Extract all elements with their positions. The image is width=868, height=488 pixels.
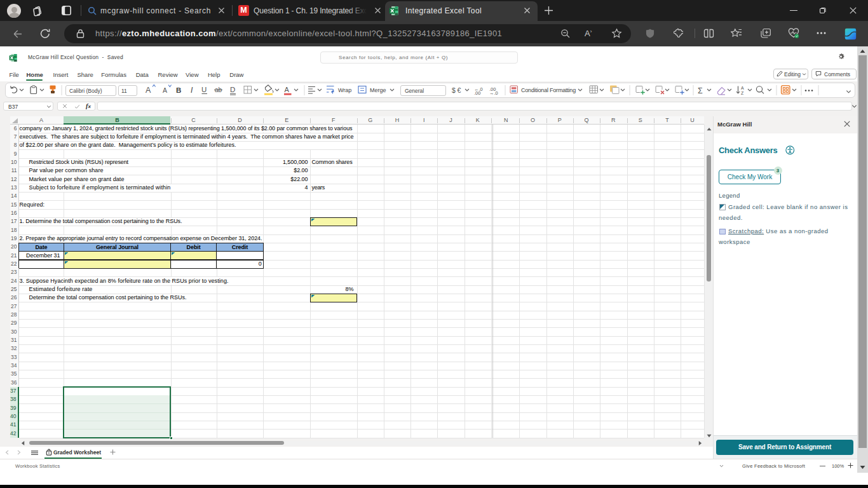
svg-text:D: D	[230, 86, 235, 93]
svg-text:U: U	[201, 86, 207, 93]
svg-text:A: A	[285, 86, 290, 93]
svg-text:B: B	[176, 86, 181, 94]
svg-text:I: I	[191, 86, 193, 95]
svg-text:$: $	[452, 86, 456, 94]
svg-text:€: €	[458, 86, 461, 94]
svg-text:→.0: →.0	[489, 90, 498, 96]
svg-text:Z: Z	[741, 91, 744, 95]
svg-text:A: A	[163, 86, 167, 94]
svg-text:A: A	[146, 86, 151, 95]
svg-text:Σ: Σ	[698, 86, 703, 95]
svg-text:A: A	[741, 86, 744, 90]
svg-text:.00: .00	[474, 90, 480, 96]
